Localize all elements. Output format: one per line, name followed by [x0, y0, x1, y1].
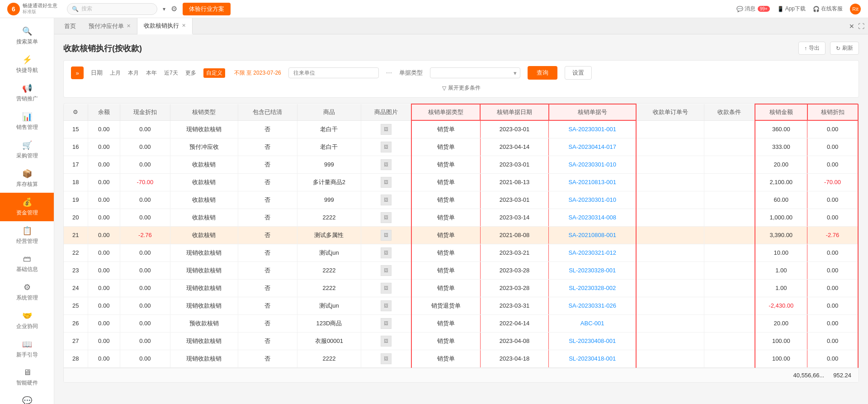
sidebar-item-cooperation[interactable]: 🤝 企业协同: [0, 306, 54, 335]
date-range-display: 不限 至 2023-07-26: [234, 69, 281, 77]
cell-bill-no[interactable]: SA-20230414-017: [549, 138, 636, 156]
cell-bill-no[interactable]: SA-20230301-010: [549, 191, 636, 209]
cell-idx: 18: [64, 173, 88, 191]
bill-no-link[interactable]: ABC-001: [580, 320, 604, 327]
bill-no-link[interactable]: SL-20230328-002: [569, 285, 616, 291]
cell-bill-date: 2023-03-14: [480, 209, 549, 226]
cell-write-off-amount: 20.00: [755, 314, 807, 332]
sidebar-item-basic[interactable]: 🗃 基础信息: [0, 250, 54, 278]
customer-input[interactable]: [288, 67, 379, 78]
cell-balance: 0.00: [88, 244, 120, 261]
tab-expand-btn[interactable]: ⛶: [858, 23, 864, 30]
date-custom[interactable]: 自定义: [203, 68, 225, 78]
cell-receipt-condition: [704, 173, 755, 191]
bill-type-select[interactable]: [430, 67, 520, 78]
bill-no-link[interactable]: SA-20210808-001: [568, 232, 616, 238]
sidebar-item-search[interactable]: 🔍 搜索菜单: [0, 22, 54, 50]
sidebar-item-shortcut[interactable]: ⚡ 快捷导航: [0, 50, 54, 79]
sidebar-item-weixin[interactable]: 💬 企业微信: [0, 391, 54, 404]
bill-no-link[interactable]: SL-20230328-001: [569, 267, 616, 274]
sidebar-item-marketing[interactable]: 📢 营销推广: [0, 79, 54, 107]
cell-bill-no[interactable]: SA-20210813-001: [549, 173, 636, 191]
sidebar-item-sales[interactable]: 📊 销售管理: [0, 107, 54, 136]
cell-bill-no[interactable]: SA-20230331-026: [549, 297, 636, 314]
cell-goods-img: 🖼: [361, 120, 412, 138]
app-download-btn[interactable]: 📱 App下载: [777, 5, 806, 13]
cell-idx: 26: [64, 314, 88, 332]
user-menu[interactable]: Rit: [850, 4, 861, 14]
refresh-btn[interactable]: ↻ 刷新: [830, 42, 859, 55]
bill-no-link[interactable]: SA-20230321-012: [568, 249, 616, 256]
cell-idx: 16: [64, 138, 88, 156]
cell-bill-no[interactable]: SA-20230314-008: [549, 209, 636, 226]
notification-btn[interactable]: 💬 消息 99+: [736, 5, 770, 13]
cell-bill-no[interactable]: ABC-001: [549, 314, 636, 332]
tab-writeoff[interactable]: 收款核销执行 ✕: [137, 18, 193, 34]
tab-prepay-close[interactable]: ✕: [127, 23, 131, 29]
bill-no-link[interactable]: SA-20230314-008: [568, 214, 616, 221]
bill-no-link[interactable]: SA-20230414-017: [568, 143, 616, 150]
th-bill-no: 核销单据号: [549, 104, 636, 120]
cell-balance: 0.00: [88, 191, 120, 209]
bill-no-link[interactable]: SA-20230331-026: [568, 302, 616, 309]
dropdown-toggle[interactable]: ▾: [163, 6, 165, 12]
sidebar-item-management[interactable]: 📋 经营管理: [0, 221, 54, 250]
query-btn[interactable]: 查询: [528, 66, 557, 80]
cell-bill-no[interactable]: SA-20230321-012: [549, 244, 636, 261]
filter-expand-toggle[interactable]: »: [71, 67, 84, 79]
cell-goods: 多计量商品2: [297, 173, 361, 191]
th-settings[interactable]: ⚙: [64, 104, 88, 120]
tab-prepay[interactable]: 预付冲应付单 ✕: [82, 18, 137, 34]
bill-no-link[interactable]: SL-20230418-001: [569, 355, 616, 362]
logo-icon: 6: [7, 3, 20, 15]
cell-bill-no[interactable]: SL-20230408-001: [549, 332, 636, 350]
tab-writeoff-close[interactable]: ✕: [182, 23, 186, 29]
cell-bill-no[interactable]: SA-20230301-010: [549, 156, 636, 173]
sidebar-item-guide[interactable]: 📖 新手引导: [0, 335, 54, 363]
sidebar-item-finance[interactable]: 💰 资金管理: [0, 193, 54, 221]
hardware-icon: 🖥: [23, 368, 31, 377]
sidebar-item-purchase[interactable]: 🛒 采购管理: [0, 136, 54, 164]
cell-idx: 20: [64, 209, 88, 226]
search-bar[interactable]: 🔍 搜索: [67, 3, 157, 15]
settings-btn-filter[interactable]: 设置: [565, 66, 592, 80]
cell-bill-no[interactable]: SL-20230328-001: [549, 261, 636, 279]
date-last-month[interactable]: 上月: [110, 69, 121, 77]
cell-bill-type: 销货单: [411, 350, 480, 367]
table-row: 20 0.00 0.00 收款核销 否 2222 🖼 销货单 2023-03-1…: [64, 209, 858, 226]
table-row: 27 0.00 0.00 现销收款核销 否 衣服00001 🖼 销货单 2023…: [64, 332, 858, 350]
date-7days[interactable]: 近7天: [164, 69, 178, 77]
bill-no-link[interactable]: SL-20230408-001: [569, 337, 616, 344]
date-more[interactable]: 更多: [185, 69, 196, 77]
service-btn[interactable]: 🎧 在线客服: [813, 5, 843, 13]
cell-bill-type: 销货单: [411, 138, 480, 156]
tab-home[interactable]: 首页: [58, 22, 82, 30]
th-balance: 余额: [88, 104, 120, 120]
date-this-month[interactable]: 本月: [128, 69, 139, 77]
cell-bill-no[interactable]: SL-20230328-002: [549, 279, 636, 297]
cell-bill-no[interactable]: SA-20230301-001: [549, 120, 636, 138]
cell-receipt-condition: [704, 120, 755, 138]
export-btn[interactable]: ↑ 导出: [798, 42, 826, 55]
bill-no-link[interactable]: SA-20210813-001: [568, 179, 616, 185]
expand-conditions-btn[interactable]: ▽ 展开更多条件: [442, 84, 481, 92]
sidebar-item-hardware[interactable]: 🖥 智能硬件: [0, 363, 54, 391]
cell-idx: 19: [64, 191, 88, 209]
cell-receipt-order: [636, 209, 704, 226]
bill-no-link[interactable]: SA-20230301-001: [568, 126, 616, 133]
date-this-year[interactable]: 本年: [146, 69, 157, 77]
trial-btn[interactable]: 体验行业方案: [183, 3, 231, 15]
cell-settled: 否: [238, 279, 297, 297]
bill-no-link[interactable]: SA-20230301-010: [568, 196, 616, 203]
cell-idx: 27: [64, 332, 88, 350]
logo-badge: 标准版: [23, 9, 57, 15]
cell-receipt-condition: [704, 314, 755, 332]
settings-icon[interactable]: ⚙: [171, 5, 177, 13]
cell-bill-no[interactable]: SL-20230418-001: [549, 350, 636, 367]
sidebar-item-system[interactable]: ⚙ 系统管理: [0, 278, 54, 306]
cell-bill-no[interactable]: SA-20210808-001: [549, 226, 636, 244]
sidebar-item-inventory[interactable]: 📦 库存核算: [0, 164, 54, 193]
bill-no-link[interactable]: SA-20230301-010: [568, 161, 616, 168]
tab-close-btn[interactable]: ✕: [849, 23, 854, 30]
cell-receipt-condition: [704, 226, 755, 244]
